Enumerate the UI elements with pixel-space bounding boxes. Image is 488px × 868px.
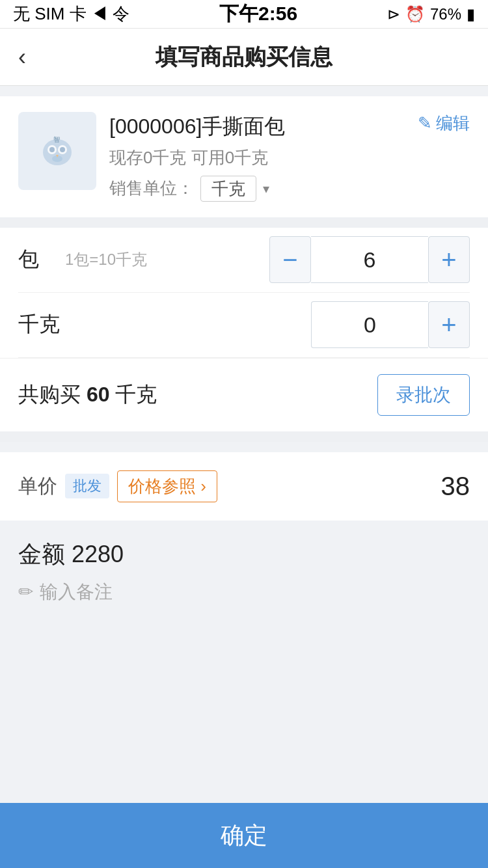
page-title: 填写商品购买信息 (156, 42, 332, 72)
total-row: 共购买 60 千克 录批次 (0, 358, 488, 431)
bag-label: 包 (18, 245, 57, 274)
edit-button[interactable]: ✎ 编辑 (418, 112, 470, 135)
product-thumbnail: 智 (18, 112, 96, 190)
total-text: 共购买 60 千克 (18, 381, 157, 409)
note-row[interactable]: ✏ 输入备注 (18, 580, 470, 604)
price-value: 38 (441, 472, 470, 501)
unit-label: 销售单位： (109, 177, 194, 200)
bag-quantity-row: 包 1包=10千克 − + (18, 228, 470, 293)
kg-plus-button[interactable]: + (428, 301, 470, 348)
product-card: 智 [0000006]手撕面包 现存0千克 可用0千克 销售单位： 千克 ▾ ✎… (0, 96, 488, 217)
edit-icon: ✎ (418, 113, 432, 133)
separator-1 (0, 217, 488, 228)
chevron-down-icon: ▾ (263, 181, 269, 197)
total-amount: 60 (87, 383, 110, 406)
price-type-tag: 批发 (65, 474, 109, 498)
battery-icon: ▮ (467, 5, 475, 23)
bag-plus-button[interactable]: + (428, 236, 470, 283)
product-info: [0000006]手撕面包 现存0千克 可用0千克 销售单位： 千克 ▾ (109, 112, 470, 202)
price-row: 单价 批发 价格参照 › 38 (18, 470, 470, 502)
unit-select[interactable]: 千克 (200, 176, 256, 202)
bag-hint: 1包=10千克 (65, 249, 269, 270)
bag-minus-button[interactable]: − (269, 236, 311, 283)
svg-point-4 (60, 147, 65, 152)
product-logo-icon: 智 (38, 131, 77, 170)
status-left: 无 SIM 卡 ◀ 令 (13, 3, 129, 25)
kg-quantity-control: + (311, 301, 470, 348)
amount-section: 金额 2280 ✏ 输入备注 (0, 521, 488, 615)
bag-quantity-input[interactable] (311, 236, 428, 283)
price-section: 单价 批发 价格参照 › 38 (0, 452, 488, 521)
product-name: [0000006]手撕面包 (109, 112, 470, 141)
amount-value: 2280 (72, 541, 124, 567)
alarm-icon: ⏰ (405, 5, 425, 23)
bag-quantity-control: − + (269, 236, 470, 283)
price-label: 单价 批发 价格参照 › (18, 470, 217, 502)
confirm-button[interactable]: 确定 (0, 803, 488, 868)
status-right: ⊳ ⏰ 76% ▮ (387, 5, 475, 23)
location-icon: ⊳ (387, 5, 400, 23)
nav-bar: ‹ 填写商品购买信息 (0, 29, 488, 86)
kg-quantity-row: 千克 + (18, 293, 470, 358)
status-time: 下午2:56 (219, 1, 297, 27)
note-placeholder: 输入备注 (40, 580, 113, 604)
pencil-icon: ✏ (18, 581, 33, 603)
back-button[interactable]: ‹ (18, 44, 26, 71)
quantity-section: 包 1包=10千克 − + 千克 + (0, 228, 488, 358)
kg-label: 千克 (18, 310, 60, 339)
separator-2 (0, 431, 488, 442)
svg-point-3 (49, 147, 55, 152)
status-bar: 无 SIM 卡 ◀ 令 下午2:56 ⊳ ⏰ 76% ▮ (0, 0, 488, 29)
amount-row: 金额 2280 (18, 539, 470, 571)
kg-quantity-input[interactable] (311, 301, 428, 348)
product-stock: 现存0千克 可用0千克 (109, 146, 470, 169)
unit-price-label: 单价 (18, 473, 57, 500)
sim-label: 无 SIM 卡 ◀ 令 (13, 3, 129, 25)
product-unit-row: 销售单位： 千克 ▾ (109, 176, 470, 202)
edit-label: 编辑 (436, 112, 470, 135)
battery-label: 76% (430, 5, 461, 23)
batch-button[interactable]: 录批次 (377, 374, 470, 416)
price-reference-button[interactable]: 价格参照 › (117, 470, 217, 502)
svg-text:智: 智 (53, 136, 60, 143)
